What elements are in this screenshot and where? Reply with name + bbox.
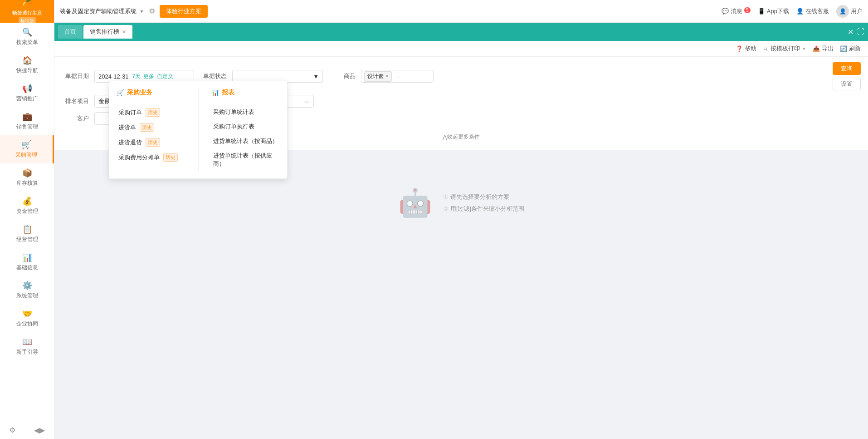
purchase-order-item[interactable]: 采购订单 历史 — [117, 105, 185, 120]
refresh-btn[interactable]: 🔄 刷新 — [840, 44, 861, 53]
incoming-stats-goods-item[interactable]: 进货单统计表（按商品） — [211, 134, 280, 148]
sidebar-item-operations[interactable]: 📋 经营管理 — [0, 220, 54, 248]
sidebar-item-marketing-label: 营销推广 — [16, 95, 38, 103]
message-badge: 5 — [744, 7, 751, 13]
print-arrow-icon: ▼ — [802, 46, 806, 51]
date-value: 2024-12-31 — [98, 73, 129, 80]
tab-close-all-icon[interactable]: ✕ — [848, 28, 853, 36]
help-btn[interactable]: ❓ 帮助 — [736, 44, 756, 53]
sidebar-item-stock-label: 库存核算 — [16, 179, 38, 187]
date-label: 单据日期 — [62, 72, 89, 80]
purchase-order-label: 采购订单 — [118, 109, 142, 117]
purchase-order-stats-label: 采购订单统计表 — [213, 108, 254, 116]
sidebar-item-sales-label: 销售管理 — [16, 123, 38, 131]
purchase-order-exec-item[interactable]: 采购订单执行表 — [211, 119, 280, 134]
purchase-order-stats-item[interactable]: 采购订单统计表 — [211, 105, 280, 119]
export-icon: 📤 — [813, 45, 820, 52]
incoming-stats-supplier-item[interactable]: 进货单统计表（按供应商） — [211, 148, 280, 171]
goods-dots-icon[interactable]: ··· — [395, 73, 400, 80]
sidebar-item-quick-nav[interactable]: 🏠 快捷导航 — [0, 51, 54, 79]
tab-close-icon[interactable]: ✕ — [122, 29, 126, 35]
sidebar-item-cooperation[interactable]: 🤝 企业协同 — [0, 304, 54, 332]
incoming-goods-history-badge: 历史 — [140, 123, 154, 132]
app-logo: 🍊 畅捷通好生意 标准版 — [0, 0, 54, 23]
incoming-goods-label: 进货单 — [118, 123, 136, 132]
goods-select[interactable]: 设计素 × ··· — [361, 70, 434, 83]
sidebar-item-purchase[interactable]: 🛒 采购管理 — [0, 135, 54, 163]
sidebar-item-system[interactable]: ⚙️ 系统管理 — [0, 276, 54, 304]
logo-icon: 🍊 — [21, 0, 33, 10]
sidebar-item-guide-label: 新手引导 — [16, 348, 38, 356]
sidebar: 🍊 畅捷通好生意 标准版 🔍 搜索菜单 🏠 快捷导航 📢 营销推广 💼 销售管理… — [0, 0, 54, 439]
goods-tag: 设计素 × — [364, 71, 392, 82]
sidebar-item-stock[interactable]: 📦 库存核算 — [0, 163, 54, 192]
trial-button[interactable]: 体验行业方案 — [160, 5, 208, 18]
system-title: 装备及固定资产辅助管理系统 ▼ — [60, 7, 144, 15]
settings-bottom-btn[interactable]: ⚙ — [9, 426, 15, 434]
avatar-text: 👤 — [839, 8, 846, 15]
incoming-stats-goods-label: 进货单统计表（按商品） — [213, 137, 278, 145]
online-service-btn[interactable]: 👤 在线客服 — [796, 7, 829, 15]
sidebar-item-base-info[interactable]: 📊 基础信息 — [0, 248, 54, 276]
dropdown-purchase-section: 🛒 采购业务 采购订单 历史 进货单 历史 进货退货 历史 采购费用分摊单 — [117, 89, 185, 171]
incoming-stats-supplier-label: 进货单统计表（按供应商） — [213, 152, 278, 168]
report-section-title: 📊 报表 — [211, 89, 280, 99]
logo-title: 畅捷通好生意 — [12, 10, 42, 16]
incoming-return-item[interactable]: 进货退货 历史 — [117, 135, 185, 150]
report-section-icon: 📊 — [211, 89, 219, 96]
tab-bar-actions: ✕ ⛶ — [848, 28, 864, 36]
export-label: 导出 — [822, 44, 834, 53]
print-btn[interactable]: 🖨 按模板打印 ▼ — [763, 44, 806, 53]
section-divider — [198, 89, 199, 171]
sidebar-item-search[interactable]: 🔍 搜索菜单 — [0, 23, 54, 51]
salesman-dots-icon[interactable]: ··· — [305, 98, 310, 105]
purchase-expense-history-badge: 历史 — [163, 153, 178, 162]
refresh-label: 刷新 — [849, 44, 861, 53]
help-icon: ❓ — [736, 45, 743, 52]
sidebar-item-quick-nav-label: 快捷导航 — [16, 67, 38, 74]
purchase-order-history-badge: 历史 — [146, 108, 160, 117]
sidebar-item-cooperation-label: 企业协同 — [16, 320, 38, 328]
system-title-text: 装备及固定资产辅助管理系统 — [60, 7, 137, 15]
tab-home[interactable]: 首页 — [58, 25, 83, 39]
message-icon: 💬 — [722, 8, 729, 15]
tab-sales-rank[interactable]: 销售排行榜 ✕ — [83, 25, 132, 39]
sidebar-item-guide[interactable]: 📖 新手引导 — [0, 332, 54, 360]
shortcut-more[interactable]: 更多 — [143, 73, 154, 80]
customer-label: 客户 — [62, 114, 89, 123]
empty-hints: 请先选择要分析的方案 用[过滤]条件来缩小分析范围 — [443, 191, 524, 215]
settings-gear-btn[interactable]: ⚙ — [149, 7, 155, 15]
purchase-section-label: 采购业务 — [127, 89, 152, 97]
query-button[interactable]: 查询 — [833, 62, 861, 75]
rank-label: 排名项目 — [62, 97, 89, 105]
finance-icon: 💰 — [22, 196, 32, 206]
report-section-label: 报表 — [222, 89, 234, 97]
settings-button[interactable]: 设置 — [833, 78, 861, 90]
collapse-sidebar-btn[interactable]: ◀▶ — [34, 426, 45, 434]
avatar: 👤 — [836, 5, 849, 18]
app-download-btn[interactable]: 📱 App下载 — [758, 7, 789, 15]
content-area: ❓ 帮助 🖨 按模板打印 ▼ 📤 导出 🔄 刷新 单据日期 2024 — [54, 41, 868, 439]
empty-illustration: 🤖 — [398, 187, 432, 219]
online-service-label: 在线客服 — [805, 7, 829, 15]
incoming-goods-item[interactable]: 进货单 历史 — [117, 120, 185, 135]
shortcut-custom[interactable]: 自定义 — [157, 73, 173, 80]
main-area: 装备及固定资产辅助管理系统 ▼ ⚙ 体验行业方案 💬 消息 5 📱 App下载 … — [54, 0, 868, 439]
print-label: 按模板打印 — [770, 44, 800, 53]
collapse-label: 收起更多条件 — [447, 133, 480, 141]
search-icon: 🔍 — [22, 27, 32, 37]
export-btn[interactable]: 📤 导出 — [813, 44, 834, 53]
sales-icon: 💼 — [22, 112, 32, 122]
message-btn[interactable]: 💬 消息 5 — [722, 7, 751, 15]
tab-expand-icon[interactable]: ⛶ — [857, 28, 864, 36]
sidebar-item-finance[interactable]: 💰 资金管理 — [0, 192, 54, 220]
goods-tag-close-icon[interactable]: × — [385, 73, 389, 79]
incoming-return-label: 进货退货 — [118, 138, 142, 147]
shortcut-7days[interactable]: 7天 — [132, 73, 141, 80]
purchase-expense-item[interactable]: 采购费用分摊单 历史 — [117, 150, 185, 165]
sidebar-item-base-info-label: 基础信息 — [16, 264, 38, 271]
user-btn[interactable]: 👤 用户 — [836, 5, 863, 18]
sidebar-item-sales[interactable]: 💼 销售管理 — [0, 107, 54, 135]
sidebar-item-marketing[interactable]: 📢 营销推广 — [0, 79, 54, 107]
refresh-icon: 🔄 — [840, 45, 847, 52]
